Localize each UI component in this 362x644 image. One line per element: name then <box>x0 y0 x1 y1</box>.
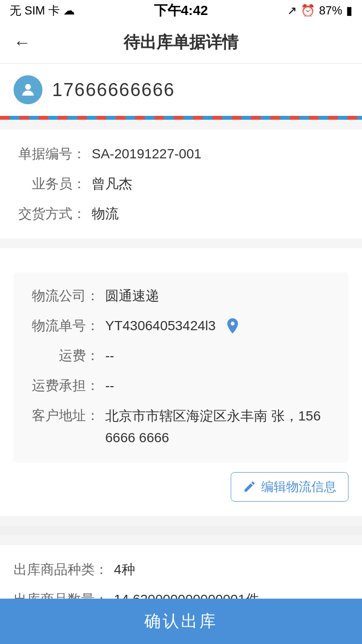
address-row: 客户地址： 北京市市辖区海淀区永丰南 张，156 6666 6666 <box>27 406 335 449</box>
edit-logistics-label: 编辑物流信息 <box>261 478 336 495</box>
tracking-no-value: YT43064053424l3 <box>105 316 335 336</box>
customer-header: 17666666666 <box>0 64 362 116</box>
freight-bearer-label: 运费承担： <box>27 376 99 396</box>
salesman-row: 业务员： 曾凡杰 <box>14 174 348 194</box>
page-title: 待出库单据详情 <box>124 31 238 54</box>
edit-icon <box>243 480 256 493</box>
section-divider <box>0 526 362 535</box>
logistics-card: 物流公司： 圆通速递 物流单号： YT43064053424l3 运费： -- <box>14 272 348 462</box>
delivery-method-row: 交货方式： 物流 <box>14 204 348 224</box>
freight-value: -- <box>105 346 335 366</box>
carrier-text: 无 SIM 卡 ☁ <box>10 3 75 18</box>
edit-logistics-button[interactable]: 编辑物流信息 <box>231 472 348 502</box>
logistics-company-row: 物流公司： 圆通速递 <box>27 286 335 306</box>
freight-row: 运费： -- <box>27 346 335 366</box>
logistics-section: 物流公司： 圆通速递 物流单号： YT43064053424l3 运费： -- <box>0 248 362 516</box>
location-icon: ↗ <box>287 4 297 17</box>
stock-type-label: 出库商品种类： <box>14 560 108 580</box>
freight-label: 运费： <box>27 346 99 366</box>
confirm-outbound-button[interactable]: 确认出库 <box>0 610 362 632</box>
battery-text: 87% <box>319 4 342 17</box>
decorative-line <box>0 116 362 120</box>
document-no-value: SA-20191227-001 <box>92 144 348 164</box>
freight-bearer-row: 运费承担： -- <box>27 376 335 396</box>
logistics-company-label: 物流公司： <box>27 286 99 306</box>
status-time: 下午4:42 <box>154 1 208 20</box>
stock-type-row: 出库商品种类： 4种 <box>14 560 348 580</box>
svg-point-0 <box>25 84 31 90</box>
document-no-row: 单据编号： SA-20191227-001 <box>14 144 348 164</box>
alarm-icon: ⏰ <box>301 4 315 17</box>
edit-logistics-area: 编辑物流信息 <box>14 472 348 502</box>
status-left: 无 SIM 卡 ☁ <box>10 3 75 18</box>
tracking-no-text: YT43064053424l3 <box>105 316 216 336</box>
basic-info-section: 单据编号： SA-20191227-001 业务员： 曾凡杰 交货方式： 物流 <box>0 129 362 238</box>
tracking-no-label: 物流单号： <box>27 316 99 336</box>
nav-bar: ← 待出库单据详情 <box>0 21 362 64</box>
confirm-button-area: 确认出库 <box>0 599 362 644</box>
map-icon[interactable] <box>223 317 242 335</box>
delivery-method-label: 交货方式： <box>14 204 86 224</box>
delivery-method-value: 物流 <box>92 204 348 224</box>
stock-type-value: 4种 <box>114 560 348 580</box>
logistics-company-value: 圆通速递 <box>105 286 335 306</box>
status-bar: 无 SIM 卡 ☁ 下午4:42 ↗ ⏰ 87% ▮ <box>0 0 362 21</box>
avatar <box>14 75 42 104</box>
tracking-no-row: 物流单号： YT43064053424l3 <box>27 316 335 336</box>
document-no-label: 单据编号： <box>14 144 86 164</box>
freight-bearer-value: -- <box>105 376 335 396</box>
salesman-value: 曾凡杰 <box>92 174 348 194</box>
status-right: ↗ ⏰ 87% ▮ <box>287 4 352 17</box>
user-icon <box>19 81 37 98</box>
salesman-label: 业务员： <box>14 174 86 194</box>
address-label: 客户地址： <box>27 406 99 426</box>
customer-phone: 17666666666 <box>52 80 175 100</box>
battery-icon: ▮ <box>346 4 352 17</box>
back-button[interactable]: ← <box>14 32 31 53</box>
address-value: 北京市市辖区海淀区永丰南 张，156 6666 6666 <box>105 406 335 449</box>
